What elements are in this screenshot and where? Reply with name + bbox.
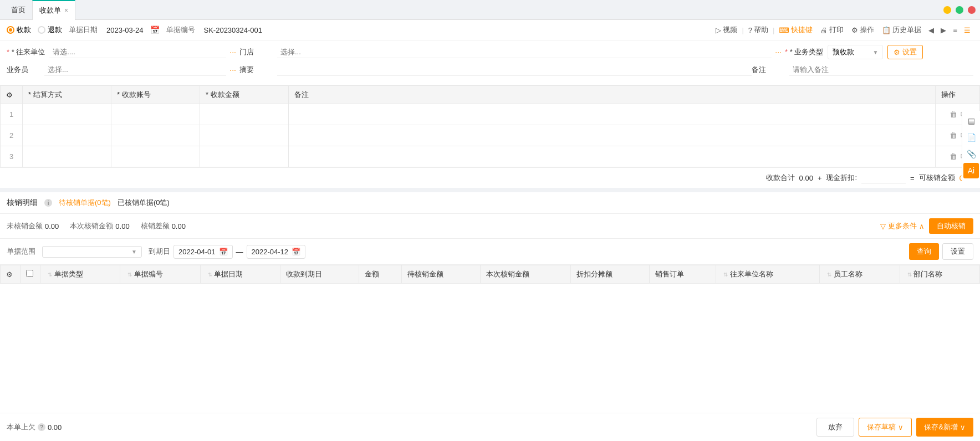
row-3-delete-icon[interactable]: 🗑	[950, 152, 957, 161]
filter-settings-button[interactable]: 设置	[942, 243, 973, 260]
date-range-dash: —	[236, 248, 243, 256]
sidebar-table-icon[interactable]: ▤	[963, 113, 979, 129]
toolbar-video-btn[interactable]: ▷ 视频	[712, 23, 741, 37]
date-to-cal-icon[interactable]: 📅	[292, 248, 300, 256]
discard-button[interactable]: 放弃	[816, 418, 854, 437]
row-2-num: 2	[1, 125, 23, 146]
row-1-delete-icon[interactable]: 🗑	[950, 110, 957, 119]
tab-close-icon[interactable]: ×	[64, 7, 68, 14]
save-draft-button[interactable]: 保存草稿 ∨	[859, 418, 912, 437]
tab-home[interactable]: 首页	[4, 0, 32, 20]
verify-done-tab[interactable]: 已核销单据(0笔)	[118, 198, 170, 208]
toolbar-shortcut-label: 快捷键	[791, 25, 813, 35]
row-1-notes[interactable]	[289, 104, 936, 125]
notes-input[interactable]	[789, 64, 973, 76]
shop-input[interactable]	[277, 46, 772, 58]
radio-refund[interactable]: 退款	[38, 25, 62, 35]
layout-icon[interactable]: ≡	[950, 24, 960, 36]
shop-label: 门店	[239, 47, 273, 57]
calendar-icon[interactable]: 📅	[150, 25, 160, 34]
date-value[interactable]: 2023-03-24	[106, 26, 144, 34]
row-3-account[interactable]	[111, 146, 200, 167]
detail-gear-icon[interactable]: ⚙	[6, 270, 13, 279]
ops-icon: ⚙	[851, 26, 858, 34]
bottom-info-icon[interactable]: ?	[38, 423, 45, 431]
nav-prev-icon[interactable]: ◀	[926, 24, 937, 36]
sidebar-attach-icon[interactable]: 📎	[963, 146, 979, 162]
col-discount: 折扣分摊额	[571, 265, 650, 284]
biz-type-select[interactable]: 预收款 ▼	[828, 45, 883, 59]
toolbar-history-btn[interactable]: 📋 历史单据	[879, 23, 925, 37]
sidebar-doc-icon[interactable]: 📄	[963, 130, 979, 145]
form-row-1: * 往来单位 ··· 门店 ··· * 业务类型 预收款 ▼	[7, 45, 973, 59]
row-3-num: 3	[1, 146, 23, 167]
filter-icon: ▽	[880, 222, 886, 230]
summary-field: 摘要	[239, 64, 752, 76]
receipt-table: ⚙ * 结算方式 * 收款账号 * 收款金额 备注 操作	[0, 85, 980, 167]
more-conditions-btn[interactable]: ▽ 更多条件 ∧	[880, 221, 925, 231]
summary-input[interactable]	[277, 64, 752, 76]
auto-verify-button[interactable]: 自动核销	[929, 218, 973, 234]
col-amount-header: * 收款金额	[200, 86, 289, 104]
window-maximize[interactable]	[956, 6, 963, 14]
date-from-input[interactable]: 2022-04-01 📅	[173, 245, 233, 259]
tab-receipt[interactable]: 收款单 ×	[32, 0, 75, 20]
staff-more-btn[interactable]: ···	[226, 65, 239, 74]
row-2-settle[interactable]	[23, 125, 111, 146]
save-new-button[interactable]: 保存&新增 ∨	[916, 418, 973, 437]
detail-checkbox-header[interactable]	[21, 265, 40, 284]
sidebar-ai-icon[interactable]: Ai	[963, 163, 979, 178]
shop-more-btn[interactable]: ···	[772, 48, 785, 57]
toolbar-help-btn[interactable]: ? 帮助	[745, 23, 772, 37]
window-close[interactable]	[968, 6, 976, 14]
table-gear-icon[interactable]: ⚙	[6, 91, 13, 99]
bottom-bar: 本单上欠 ? 0.00 放弃 保存草稿 ∨ 保存&新增 ∨	[0, 413, 980, 441]
date-to-value: 2022-04-12	[252, 248, 289, 256]
row-2-amount[interactable]	[200, 125, 289, 146]
partner-more-btn[interactable]: ···	[226, 48, 239, 57]
notes-label: 备注	[752, 65, 785, 75]
radio-receive-circle	[7, 26, 14, 34]
query-button[interactable]: 查询	[909, 243, 939, 260]
row-2-account[interactable]	[111, 125, 200, 146]
row-1-amount[interactable]	[200, 104, 289, 125]
bottom-actions: 放弃 保存草稿 ∨ 保存&新增 ∨	[816, 418, 973, 437]
nav-next-icon[interactable]: ▶	[938, 24, 949, 36]
detail-table-wrapper[interactable]: ⚙ ⇅ 单据类型 ⇅ 单据编号	[0, 265, 980, 413]
detail-gear-header[interactable]: ⚙	[1, 265, 21, 284]
toolbar-video-label: 视频	[723, 25, 737, 35]
date-to-input[interactable]: 2022-04-12 📅	[247, 245, 306, 259]
sort-icon-6: ⇅	[907, 271, 912, 278]
due-date-label: 到期日	[149, 247, 170, 257]
staff-input[interactable]	[44, 64, 226, 76]
row-3-settle[interactable]	[23, 146, 111, 167]
toolbar-shortcut-btn[interactable]: ⌨ 快捷键	[775, 23, 816, 37]
col-amount: 金额	[359, 265, 401, 284]
row-2-notes[interactable]	[289, 125, 936, 146]
verify-info-icon[interactable]: i	[44, 199, 52, 207]
row-3-notes[interactable]	[289, 146, 936, 167]
diff-value: 0.00	[172, 222, 186, 230]
settings-button[interactable]: ⚙ 设置	[887, 45, 923, 59]
toolbar-ops-btn[interactable]: ⚙ 操作	[848, 23, 877, 37]
row-1-account[interactable]	[111, 104, 200, 125]
partner-input[interactable]	[49, 46, 226, 58]
bottom-info: 本单上欠 ? 0.00	[7, 422, 62, 432]
date-from-cal-icon[interactable]: 📅	[219, 248, 228, 256]
filter-range-chevron: ▼	[131, 249, 137, 255]
table-settings-header[interactable]: ⚙	[1, 86, 23, 104]
sort-icon: ⇅	[48, 271, 52, 278]
discount-input[interactable]	[861, 172, 906, 183]
window-minimize[interactable]	[943, 6, 951, 14]
row-2-delete-icon[interactable]: 🗑	[950, 131, 957, 140]
summary-row: 收款合计 0.00 + 现金折扣: = 可核销金额 0.00	[0, 167, 980, 188]
row-1-settle[interactable]	[23, 104, 111, 125]
radio-refund-circle	[38, 26, 45, 34]
filter-range-select[interactable]: ▼	[42, 246, 142, 258]
toolbar-print-btn[interactable]: 🖨 打印	[817, 23, 847, 37]
row-3-amount[interactable]	[200, 146, 289, 167]
detail-select-all[interactable]	[26, 270, 33, 277]
radio-receive[interactable]: 收款	[7, 25, 31, 35]
verify-pending-tab[interactable]: 待核销单据(0笔)	[59, 198, 111, 208]
layout-active-icon[interactable]: ☰	[961, 24, 973, 36]
